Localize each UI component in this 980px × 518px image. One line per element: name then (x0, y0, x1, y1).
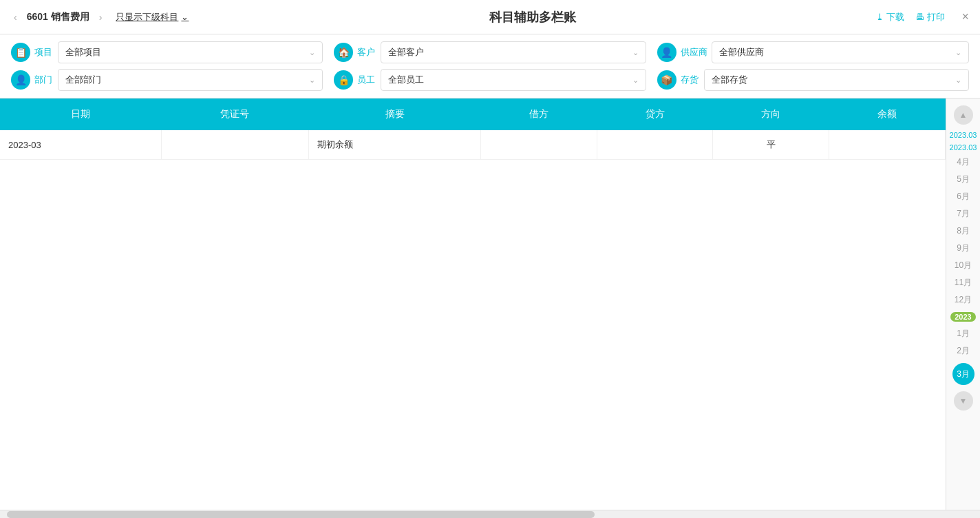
cell-debit (480, 130, 597, 160)
sidebar-month-8[interactable]: 8月 (946, 222, 980, 240)
sidebar-month-5[interactable]: 5月 (946, 171, 980, 188)
bottom-scrollbar[interactable] (0, 510, 980, 518)
sidebar-month-1[interactable]: 1月 (946, 325, 980, 342)
customer-label: 客户 (357, 46, 376, 59)
cell-summary: 期初余额 (309, 130, 481, 160)
sidebar-month-4[interactable]: 4月 (946, 154, 980, 171)
filter-employee: 🔒 员工 全部员工 ⌄ (334, 69, 646, 91)
year-badge: 2023 (950, 312, 975, 322)
print-button[interactable]: 🖶 打印 (915, 11, 945, 23)
employee-arrow-icon: ⌄ (632, 76, 639, 85)
cell-balance (829, 130, 946, 160)
department-select[interactable]: 全部部门 ⌄ (58, 69, 323, 91)
cell-voucher (161, 130, 308, 160)
col-credit: 贷方 (597, 99, 713, 130)
sidebar-date-2[interactable]: 2023.03 (946, 141, 980, 154)
nav-section: ‹ 6601 销售费用 › (11, 10, 105, 24)
sidebar-month-12[interactable]: 12月 (946, 291, 980, 309)
show-sub-chevron-icon: ⌄ (181, 12, 189, 22)
show-sub-dropdown[interactable]: 只显示下级科目 ⌄ (116, 11, 189, 23)
inventory-select[interactable]: 全部存货 ⌄ (704, 69, 969, 91)
department-value: 全部部门 (65, 74, 101, 86)
employee-label: 员工 (357, 74, 376, 86)
col-date: 日期 (0, 99, 161, 130)
close-button[interactable]: × (961, 10, 969, 24)
top-bar: ‹ 6601 销售费用 › 只显示下级科目 ⌄ 科目辅助多栏账 ⤓ 下载 🖶 打… (0, 0, 980, 34)
table-body: 2023-03 期初余额 平 (0, 130, 946, 160)
project-arrow-icon: ⌄ (309, 48, 315, 57)
account-code: 6601 销售费用 (24, 11, 92, 23)
table-row: 2023-03 期初余额 平 (0, 130, 946, 160)
department-icon: 👤 (11, 70, 30, 90)
filter-supplier: 👤 供应商 全部供应商 ⌄ (657, 41, 969, 63)
sidebar-month-2[interactable]: 2月 (946, 342, 980, 360)
supplier-label: 供应商 (681, 46, 707, 59)
cell-date: 2023-03 (0, 130, 161, 160)
right-sidebar: ▲ 2023.03 2023.03 4月 5月 6月 7月 8月 9月 10月 … (946, 99, 980, 510)
employee-select[interactable]: 全部员工 ⌄ (381, 69, 646, 91)
supplier-select[interactable]: 全部供应商 ⌄ (712, 41, 969, 63)
nav-next-arrow[interactable]: › (96, 10, 105, 24)
sidebar-month-6[interactable]: 6月 (946, 188, 980, 205)
project-value: 全部项目 (65, 46, 101, 59)
department-arrow-icon: ⌄ (309, 76, 315, 85)
inventory-label: 存货 (681, 74, 700, 86)
customer-icon: 🏠 (334, 43, 353, 62)
print-icon: 🖶 (915, 12, 924, 22)
employee-icon: 🔒 (334, 70, 353, 90)
department-label: 部门 (34, 74, 54, 86)
filter-row-1: 📋 项目 全部项目 ⌄ 🏠 客户 全部客户 ⌄ 👤 供应商 全部供应 (11, 41, 969, 63)
sidebar-month-3-selected[interactable]: 3月 (952, 363, 974, 385)
cell-direction: 平 (713, 130, 829, 160)
supplier-arrow-icon: ⌄ (955, 48, 961, 57)
sidebar-month-7[interactable]: 7月 (946, 205, 980, 222)
employee-value: 全部员工 (388, 74, 424, 86)
page-title: 科目辅助多栏账 (189, 9, 876, 25)
download-label: 下载 (886, 11, 904, 23)
col-balance: 余额 (829, 99, 946, 130)
customer-select[interactable]: 全部客户 ⌄ (381, 41, 646, 63)
col-summary: 摘要 (309, 99, 481, 130)
customer-value: 全部客户 (388, 46, 424, 59)
top-actions: ⤓ 下载 🖶 打印 × (876, 10, 969, 24)
download-button[interactable]: ⤓ 下载 (876, 11, 904, 23)
inventory-value: 全部存货 (712, 74, 747, 86)
customer-arrow-icon: ⌄ (632, 48, 639, 57)
filter-department: 👤 部门 全部部门 ⌄ (11, 69, 323, 91)
filter-inventory: 📦 存货 全部存货 ⌄ (657, 69, 969, 91)
year-badge-container: 2023 (946, 311, 980, 323)
content-area: 日期 凭证号 摘要 借方 贷方 方向 余额 2023-03 期初余额 平 (0, 99, 980, 510)
sidebar-month-9[interactable]: 9月 (946, 240, 980, 257)
sidebar-down-button[interactable]: ▼ (954, 391, 973, 411)
sidebar-month-10[interactable]: 10月 (946, 257, 980, 274)
supplier-value: 全部供应商 (719, 46, 764, 59)
project-icon: 📋 (11, 43, 30, 62)
filter-row-2: 👤 部门 全部部门 ⌄ 🔒 员工 全部员工 ⌄ 📦 存货 全部存货 (11, 69, 969, 91)
cell-credit (597, 130, 713, 160)
download-icon: ⤓ (876, 12, 884, 22)
nav-prev-arrow[interactable]: ‹ (11, 10, 20, 24)
sidebar-month-11[interactable]: 11月 (946, 274, 980, 291)
col-direction: 方向 (713, 99, 829, 130)
selected-month-container: 3月 (946, 362, 980, 386)
project-select[interactable]: 全部项目 ⌄ (58, 41, 323, 63)
sidebar-date-1[interactable]: 2023.03 (946, 129, 980, 141)
col-voucher: 凭证号 (161, 99, 308, 130)
print-label: 打印 (927, 11, 945, 23)
filter-project: 📋 项目 全部项目 ⌄ (11, 41, 323, 63)
supplier-icon: 👤 (657, 43, 677, 62)
table-header-row: 日期 凭证号 摘要 借方 贷方 方向 余额 (0, 99, 946, 130)
data-table: 日期 凭证号 摘要 借方 贷方 方向 余额 2023-03 期初余额 平 (0, 99, 946, 160)
table-container[interactable]: 日期 凭证号 摘要 借方 贷方 方向 余额 2023-03 期初余额 平 (0, 99, 946, 510)
filter-customer: 🏠 客户 全部客户 ⌄ (334, 41, 646, 63)
inventory-arrow-icon: ⌄ (955, 76, 961, 85)
show-sub-label: 只显示下级科目 (116, 11, 178, 23)
col-debit: 借方 (480, 99, 597, 130)
project-label: 项目 (34, 46, 54, 59)
sidebar-up-button[interactable]: ▲ (954, 105, 973, 125)
scrollbar-thumb (7, 511, 595, 518)
inventory-icon: 📦 (657, 70, 677, 90)
main-container: ‹ 6601 销售费用 › 只显示下级科目 ⌄ 科目辅助多栏账 ⤓ 下载 🖶 打… (0, 0, 980, 518)
filter-bar: 📋 项目 全部项目 ⌄ 🏠 客户 全部客户 ⌄ 👤 供应商 全部供应 (0, 34, 980, 99)
